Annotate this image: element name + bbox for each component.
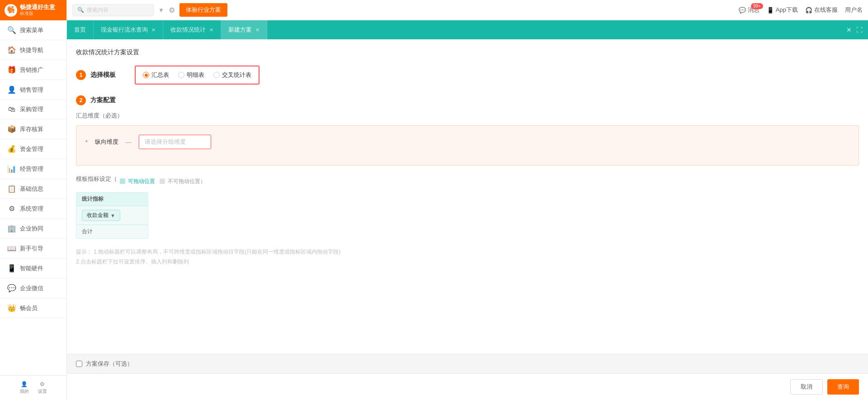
dropdown-arrow-icon[interactable]: ▼ [158,7,164,14]
industry-button[interactable]: 体验行业方案 [179,3,227,17]
sidebar-item-search-menu[interactable]: 🔍 搜索菜单 [0,20,66,40]
logo-sub: 标准版 [20,10,55,17]
sidebar-bottom-item1[interactable]: 👤 我的 [20,381,29,395]
sidebar-item-quick-nav[interactable]: 🏠 快捷导航 [0,40,66,60]
tab-bank-flow[interactable]: 现金银行流水查询 ✕ [94,20,163,39]
sidebar-item-basic-info[interactable]: 📋 基础信息 [0,179,66,199]
dimension-area: * 纵向维度 — 请选择分组维度 [76,125,859,166]
page-title: 收款情况统计方案设置 [76,48,859,56]
close-window-icon[interactable]: ✕ [846,26,852,33]
bank-flow-tab-close-icon[interactable]: ✕ [151,27,156,33]
dimension-select[interactable]: 请选择分组维度 [139,135,211,149]
content-area: 收款情况统计方案设置 1 选择模板 汇总表 [67,39,868,373]
stats-table: 统计指标 收款金额 ▼ 合计 [76,192,148,239]
sidebar-item-purchase[interactable]: 🛍 采购管理 [0,100,66,119]
receipt-stats-tab-label: 收款情况统计 [170,26,206,34]
sidebar-item-label: 基础信息 [20,185,43,193]
metrics-config-label: 模板指标设定（ [76,175,117,183]
chart-icon: 📊 [7,165,16,173]
sidebar-item-member[interactable]: 👑 畅会员 [0,298,66,318]
search-icon: 🔍 [77,7,84,13]
step2-label: 方案配置 [90,96,116,104]
bank-flow-tab-label: 现金银行流水查询 [101,26,148,34]
dimension-arrow: — [126,139,132,146]
save-checkbox[interactable] [76,361,82,367]
non-draggable-dot [160,179,165,184]
tab-home[interactable]: 首页 [67,20,94,39]
radio-summary-dot [145,74,148,77]
stats-table-sum: 合计 [76,225,148,238]
sidebar-item-label: 智能硬件 [20,264,43,273]
logo-icon: 畅 [5,4,17,17]
sidebar-item-label: 畅会员 [20,304,38,312]
user-icon: 👤 [7,85,16,94]
non-draggable-hint-label: 不可拖动位置） [168,178,206,185]
step1-section: 1 选择模板 汇总表 明细表 [76,66,859,85]
cancel-button[interactable]: 取消 [790,379,823,395]
sidebar-bottom: 👤 我的 ⚙ 设置 [0,375,66,400]
sidebar-item-enterprise[interactable]: 🏢 企业协同 [0,219,66,239]
nav-tabs-right: ✕ ⛶ [841,20,868,39]
sidebar-item-inventory[interactable]: 📦 库存核算 [0,119,66,139]
sidebar-item-wechat[interactable]: 💬 企业微信 [0,278,66,298]
sidebar-item-system[interactable]: ⚙ 系统管理 [0,199,66,219]
metrics-hint-line: 模板指标设定（ 可拖动位置 不可拖动位置） [76,175,859,188]
logo-name: 畅捷通好生意 [20,4,55,11]
radio-detail[interactable]: 明细表 [178,71,204,79]
sidebar-item-label: 搜索菜单 [20,26,43,34]
sidebar-item-label: 新手引导 [20,245,43,253]
radio-cross-label: 交叉统计表 [222,71,251,79]
dimension-row: * 纵向维度 — 请选择分组维度 [85,135,849,149]
message-btn[interactable]: 💬 消息 99+ [739,6,760,14]
maximize-icon[interactable]: ⛶ [856,26,863,33]
headset-icon: 🎧 [805,7,812,14]
stats-table-header: 统计指标 [76,193,148,206]
radio-detail-label: 明细表 [187,71,204,79]
crown-icon: 👑 [7,304,16,312]
phone-icon: 📱 [7,264,16,273]
stats-title: 统计指标 [82,195,104,203]
tab-new-plan[interactable]: 新建方案 ✕ [221,20,267,39]
receipt-stats-tab-close-icon[interactable]: ✕ [209,27,213,33]
radio-summary[interactable]: 汇总表 [143,71,169,79]
main-area: 🔍 搜索内容 ▼ ⚙ 体验行业方案 💬 消息 99+ 📱 App下载 🎧 在线客… [67,0,868,400]
sidebar-item-finance[interactable]: 💰 资金管理 [0,139,66,159]
tab-receipt-stats[interactable]: 收款情况统计 ✕ [163,20,221,39]
metrics-section: 模板指标设定（ 可拖动位置 不可拖动位置） 统计指标 [76,175,859,240]
sidebar-item-marketing[interactable]: 🎁 营销推广 [0,60,66,80]
header-right: 💬 消息 99+ 📱 App下载 🎧 在线客服 用户名 [739,6,863,14]
money-icon: 💰 [7,145,16,153]
sidebar-bottom-item2[interactable]: ⚙ 设置 [38,381,47,395]
cell-dropdown-icon[interactable]: ▼ [110,213,115,218]
user-menu[interactable]: 用户名 [845,6,863,14]
chat-icon: 💬 [7,284,16,292]
step1-label: 选择模板 [90,71,116,79]
settings-icon[interactable]: ⚙ [169,6,175,14]
cell-label: 收款金额 [87,212,108,219]
book-icon: 📖 [7,244,16,253]
sidebar: 畅 畅捷通好生意 标准版 🔍 搜索菜单 🏠 快捷导航 🎁 营销推广 👤 销售管理… [0,0,67,400]
radio-cross[interactable]: 交叉统计表 [213,71,251,79]
home-icon: 🏠 [7,46,16,54]
radio-detail-circle [178,72,184,78]
sidebar-item-guide[interactable]: 📖 新手引导 [0,239,66,259]
radio-cross-circle [213,72,220,78]
building-icon: 🏢 [7,224,16,233]
sidebar-logo: 畅 畅捷通好生意 标准版 [0,0,66,20]
sidebar-item-operations[interactable]: 📊 经营管理 [0,159,66,179]
sidebar-item-label: 系统管理 [20,205,43,213]
service-btn[interactable]: 🎧 在线客服 [805,6,838,14]
sidebar-item-smart-hw[interactable]: 📱 智能硬件 [0,259,66,278]
query-button[interactable]: 查询 [827,379,859,395]
sidebar-item-label: 营销推广 [20,66,43,74]
tip-line-1: 提示： 1.拖动标题栏可以调整布局，不可跨维度或指标区域拖动目字段(只能在同一维… [76,247,859,257]
dimension-row-label: 纵向维度 [95,138,118,146]
tips-section: 提示： 1.拖动标题栏可以调整布局，不可跨维度或指标区域拖动目字段(只能在同一维… [76,247,859,267]
sidebar-item-sales[interactable]: 👤 销售管理 [0,80,66,100]
search-bar[interactable]: 🔍 搜索内容 [72,4,154,16]
cell-tag[interactable]: 收款金额 ▼ [82,210,120,221]
sidebar-item-label: 经营管理 [20,165,43,173]
new-plan-tab-close-icon[interactable]: ✕ [255,27,259,33]
download-btn[interactable]: 📱 App下载 [767,6,798,14]
draggable-dot [120,179,125,184]
